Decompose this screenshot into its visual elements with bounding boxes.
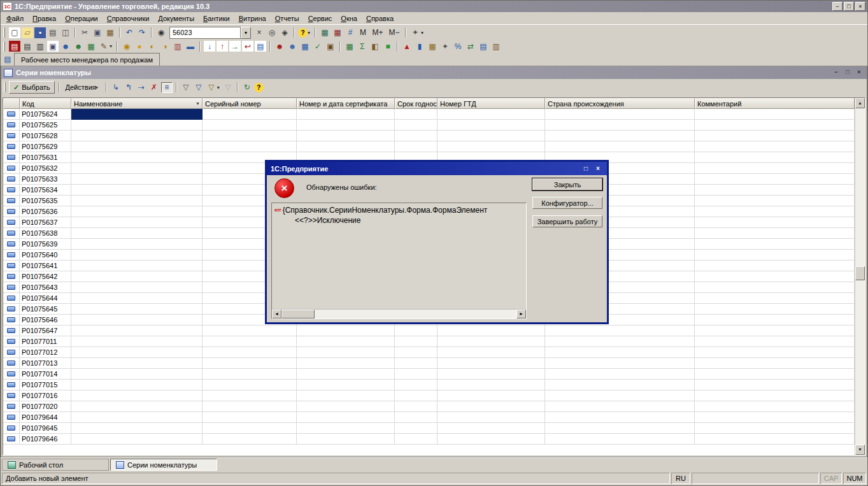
column-header-icon[interactable] — [3, 98, 20, 109]
table-cell[interactable] — [71, 282, 203, 293]
table-cell[interactable] — [438, 325, 545, 336]
table-cell[interactable] — [203, 358, 297, 369]
items-table-icon[interactable]: ▦ — [85, 41, 97, 52]
person-doc-red-icon[interactable]: ☻ — [274, 41, 285, 52]
table-cell[interactable]: P01075624 — [20, 109, 71, 120]
table-cell[interactable] — [71, 412, 203, 423]
table-cell[interactable] — [71, 380, 203, 390]
table-cell[interactable] — [297, 336, 395, 347]
vertical-scrollbar[interactable]: ▲ ▼ — [855, 98, 865, 455]
refresh-icon[interactable]: ↻ — [241, 82, 253, 93]
doc-out-arrow-icon[interactable]: ↑ — [217, 41, 228, 52]
table-cell[interactable] — [71, 196, 203, 206]
filter-by-value-icon[interactable]: ▽ — [193, 82, 204, 93]
table-cell[interactable] — [695, 423, 855, 434]
save-icon[interactable]: ▪ — [34, 27, 46, 38]
find-next-icon[interactable]: ◎ — [266, 27, 278, 38]
table-cell[interactable]: P01077011 — [20, 336, 71, 347]
menu-item-справочники[interactable]: Справочники — [103, 13, 154, 24]
filter-settings-icon[interactable]: ▽ — [206, 82, 217, 93]
clear-search-icon[interactable]: × — [253, 27, 265, 38]
table-cell[interactable] — [695, 271, 855, 282]
table-cell[interactable] — [695, 325, 855, 336]
table-cell[interactable] — [71, 239, 203, 250]
table-cell[interactable] — [297, 390, 395, 401]
edit-pencil-icon-dropdown[interactable]: ▾ — [110, 43, 112, 49]
person-green-icon[interactable]: ☻ — [73, 41, 84, 52]
open-folder-icon[interactable]: ▱ — [22, 27, 33, 38]
keyboard-language-indicator[interactable]: RU — [671, 473, 690, 484]
actions-menu-button[interactable]: Действия ▾ — [62, 81, 103, 94]
column-header-1[interactable]: Код — [20, 98, 71, 109]
table-cell[interactable] — [71, 152, 203, 163]
table-cell[interactable] — [297, 358, 395, 369]
table-cell[interactable] — [71, 401, 203, 412]
table-cell[interactable] — [438, 434, 545, 445]
doc-list-icon[interactable]: ▤ — [255, 41, 266, 52]
cash-register-icon[interactable]: ▥ — [172, 41, 183, 52]
doc-transfer-icon[interactable]: → — [229, 41, 241, 52]
table-cell[interactable] — [71, 109, 203, 120]
table-cell[interactable] — [545, 390, 695, 401]
table-cell[interactable] — [71, 390, 203, 401]
table-cell[interactable] — [695, 185, 855, 196]
memory-m-icon[interactable]: М — [357, 27, 369, 38]
table-cell[interactable]: P01075643 — [20, 282, 71, 293]
table-cell[interactable] — [395, 358, 438, 369]
table-cell[interactable]: P01079645 — [20, 423, 71, 434]
table-cell[interactable] — [695, 206, 855, 217]
table-cell[interactable] — [203, 401, 297, 412]
table-cell[interactable] — [71, 315, 203, 325]
table-cell[interactable] — [71, 336, 203, 347]
table-cell[interactable] — [695, 152, 855, 163]
table-cell[interactable] — [71, 250, 203, 261]
exit-door-icon[interactable]: ◧ — [369, 41, 381, 52]
toolbar-grip[interactable] — [4, 82, 6, 92]
table-cell[interactable] — [695, 141, 855, 152]
table-cell[interactable]: P01075637 — [20, 217, 71, 228]
column-header-6[interactable]: Номер ГТД — [438, 98, 545, 109]
table-cell[interactable]: P01075628 — [20, 131, 71, 141]
table-cell[interactable] — [71, 434, 203, 445]
table-cell[interactable] — [695, 380, 855, 390]
copy-icon[interactable]: ▣ — [92, 27, 103, 38]
table-cell[interactable] — [71, 369, 203, 380]
table-cell[interactable]: P01075635 — [20, 196, 71, 206]
window-tab-series[interactable]: Серии номенклатуры — [110, 459, 217, 471]
scroll-down-icon[interactable]: ▼ — [855, 445, 865, 455]
combobox-dropdown-icon[interactable]: ▾ — [241, 27, 251, 39]
table-cell[interactable] — [545, 141, 695, 152]
select-button[interactable]: ✓ Выбрать — [9, 81, 55, 94]
menu-item-витрина[interactable]: Витрина — [234, 13, 271, 24]
scroll-right-icon[interactable]: ► — [516, 310, 526, 318]
vertical-scroll-track[interactable] — [855, 108, 865, 445]
table-cell[interactable] — [71, 347, 203, 358]
menu-item-бантики[interactable]: Бантики — [199, 13, 234, 24]
table-cell[interactable] — [695, 174, 855, 185]
table-cell[interactable] — [297, 380, 395, 390]
settings-tools-icon-dropdown[interactable]: ▾ — [421, 30, 423, 36]
doc-table-blue-icon[interactable]: ▦ — [299, 41, 311, 52]
table-sum-icon[interactable]: Σ — [357, 41, 368, 52]
column-header-8[interactable]: Комментарий — [695, 98, 855, 109]
table-cell[interactable] — [395, 336, 438, 347]
table-cell[interactable] — [695, 304, 855, 315]
find-icon[interactable]: ◉ — [155, 27, 167, 38]
open-group-icon[interactable]: ↳ — [110, 82, 122, 93]
table-cell[interactable]: P01075625 — [20, 120, 71, 131]
documents-icon[interactable]: ▣ — [47, 41, 59, 52]
calculator-icon[interactable]: # — [345, 27, 356, 38]
report-settings-icon[interactable]: ✦ — [439, 41, 451, 52]
table-cell[interactable] — [695, 131, 855, 141]
settings-tools-icon[interactable]: ✦ — [409, 27, 421, 38]
cash-in-icon[interactable]: ◐ — [146, 41, 158, 52]
scroll-left-icon[interactable]: ◄ — [272, 310, 281, 318]
table-cell[interactable] — [438, 380, 545, 390]
table-cell[interactable] — [395, 109, 438, 120]
table-cell[interactable] — [438, 358, 545, 369]
table-cell[interactable] — [545, 336, 695, 347]
window-minimize-button[interactable]: − — [831, 68, 841, 77]
table-cell[interactable] — [395, 369, 438, 380]
table-cell[interactable] — [695, 250, 855, 261]
table-cell[interactable]: P01075631 — [20, 152, 71, 163]
